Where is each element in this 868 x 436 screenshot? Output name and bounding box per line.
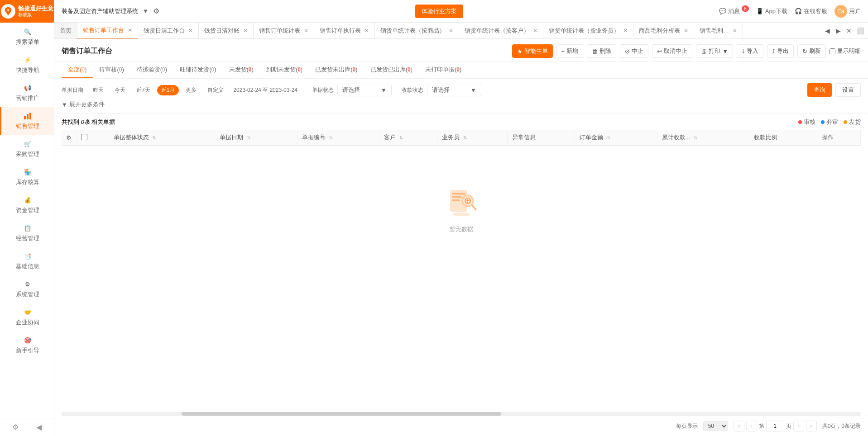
payment-filter-select[interactable]: 请选择 ▼ (427, 84, 481, 96)
tab-salesperson-stat[interactable]: 销货单统计表（按业务员） ✕ (543, 23, 633, 39)
tab-product-stat[interactable]: 销货单统计表（按商品） ✕ (375, 23, 459, 39)
col-overall-status[interactable]: 单据整体状态 ⇅ (109, 130, 215, 146)
date-btn-today[interactable]: 今天 (110, 85, 129, 95)
cancel-stop-btn[interactable]: ↩ 取消中止 (652, 44, 692, 58)
page-input[interactable]: 1 (766, 421, 784, 431)
sales-order-tab-close[interactable]: ✕ (128, 27, 132, 33)
date-btn-1month[interactable]: 近1月 (157, 85, 179, 95)
col-salesperson[interactable]: 业务员 ⇅ (437, 130, 508, 146)
sidebar-item-inventory[interactable]: 🏪 库存核算 (0, 163, 54, 191)
col-checkbox[interactable] (77, 130, 109, 146)
tabs-prev-btn[interactable]: ◀ (823, 26, 832, 35)
sidebar-item-marketing[interactable]: 📢 营销推广 (0, 79, 54, 107)
first-page-btn[interactable]: « (734, 421, 744, 431)
online-service-btn[interactable]: 🎧 在线客服 (795, 7, 827, 15)
subtab-overdue-ship[interactable]: 到期未发货(0) (260, 62, 309, 78)
refresh-btn[interactable]: ↻ 刷新 (797, 44, 826, 58)
message-btn[interactable]: 💬 消息 6 (719, 7, 749, 15)
app-download-btn[interactable]: 📱 App下载 (756, 7, 787, 15)
cash-clear-tab-close[interactable]: ✕ (188, 28, 193, 34)
subtab-shipped-not-out[interactable]: 已发货未出库(0) (309, 62, 364, 78)
sales-exec-tab-close[interactable]: ✕ (364, 28, 369, 34)
subtab-all[interactable]: 全部(0) (62, 62, 93, 78)
subtab-pending-inspect[interactable]: 待拣验货(0) (130, 62, 173, 78)
col-cumulative[interactable]: 累计收款... ⇅ (657, 130, 749, 146)
sidebar-item-guide[interactable]: 🎯 新手引导 (0, 331, 54, 359)
export-btn[interactable]: ⤴ 导出 (767, 44, 794, 58)
date-btn-yesterday[interactable]: 昨天 (89, 85, 108, 95)
date-btn-7days[interactable]: 近7天 (132, 85, 154, 95)
setup-btn[interactable]: 设置 (835, 83, 861, 97)
subtab-unprinted[interactable]: 未打印单据(0) (419, 62, 468, 78)
subtab-wangpu-ship[interactable]: 旺铺待发货(0) (173, 62, 222, 78)
last-page-btn[interactable]: » (806, 421, 817, 431)
product-stat-tab-close[interactable]: ✕ (449, 28, 453, 34)
stop-btn[interactable]: ⊘ 中止 (620, 44, 648, 58)
sidebar-item-sales[interactable]: 销售管理 (0, 107, 54, 135)
salesperson-stat-tab-close[interactable]: ✕ (623, 28, 628, 34)
sidebar-item-finance[interactable]: 💰 资金管理 (0, 191, 54, 219)
user-avatar: Ea (834, 5, 847, 18)
sidebar-collapse-btn[interactable]: ◀ (36, 423, 42, 431)
sidebar-item-management[interactable]: 📋 经营管理 (0, 219, 54, 247)
col-amount[interactable]: 订单金额 ⇅ (575, 130, 657, 146)
subtab-shipped-out[interactable]: 已发货已出库(0) (364, 62, 419, 78)
show-detail-checkbox[interactable]: 显示明细 (830, 47, 861, 55)
user-menu[interactable]: Ea 用户 (834, 5, 861, 18)
solution-btn[interactable]: 体验行业方案 (415, 5, 463, 18)
sidebar-settings-btn[interactable]: ⚙ (12, 423, 19, 431)
tabs-next-btn[interactable]: ▶ (834, 26, 843, 35)
sidebar-item-quicknav[interactable]: ⚡ 快捷导航 (0, 51, 54, 79)
system-title-dropdown[interactable]: ▼ (143, 8, 149, 14)
show-detail-input[interactable] (830, 48, 835, 54)
delete-btn[interactable]: 🗑 删除 (587, 44, 616, 58)
sales-margin-tab-close[interactable]: ✕ (733, 28, 737, 34)
col-settings[interactable]: ⚙ (62, 130, 77, 146)
tab-customer-stat[interactable]: 销货单统计表（按客户） ✕ (459, 23, 543, 39)
prev-page-btn[interactable]: ‹ (746, 421, 757, 431)
ship-action[interactable]: 发货 (844, 118, 861, 126)
col-date[interactable]: 单据日期 ⇅ (215, 130, 297, 146)
print-btn[interactable]: 🖨 打印 ▼ (696, 44, 733, 58)
tab-cash-clear[interactable]: 钱货日清工作台 ✕ (138, 23, 199, 39)
scrollbar-thumb[interactable] (182, 412, 501, 416)
import-btn[interactable]: ⤵ 导入 (737, 44, 763, 58)
sidebar-item-system[interactable]: ⚙ 系统管理 (0, 275, 54, 303)
tab-sales-order[interactable]: 销售订单工作台 ✕ (77, 23, 138, 39)
subtab-unshipped[interactable]: 未发货(0) (223, 62, 260, 78)
date-btn-more[interactable]: 更多 (182, 85, 201, 95)
date-btn-custom[interactable]: 自定义 (203, 85, 228, 95)
select-all-checkbox[interactable] (81, 134, 87, 140)
star-icon: ★ (517, 48, 523, 55)
expand-filter-btn[interactable]: ▼ 展开更多条件 (62, 100, 861, 109)
tab-sales-exec[interactable]: 销售订单执行表 ✕ (314, 23, 375, 39)
tab-maximize-btn[interactable]: ⬜ (855, 26, 864, 35)
tab-sales-margin[interactable]: 销售毛利… ✕ (694, 23, 743, 39)
sidebar-item-baseinfo[interactable]: 📑 基础信息 (0, 247, 54, 275)
tab-cash-reconcile[interactable]: 钱货日清对账 ✕ (199, 23, 254, 39)
tab-sales-stat[interactable]: 销售订单统计表 ✕ (254, 23, 314, 39)
query-btn[interactable]: 查询 (807, 83, 832, 97)
cancel-review-action[interactable]: 弃审 (821, 118, 838, 126)
customer-stat-tab-close[interactable]: ✕ (533, 28, 537, 34)
tab-home[interactable]: 首页 (54, 23, 77, 39)
add-btn[interactable]: + 新增 (556, 44, 584, 58)
sidebar-item-search[interactable]: 🔍 搜索菜单 (0, 23, 54, 51)
status-filter-select[interactable]: 请选择 ▼ (337, 84, 392, 96)
sidebar-item-purchase[interactable]: 🛒 采购管理 (0, 135, 54, 163)
margin-tab-close[interactable]: ✕ (684, 28, 688, 34)
horizontal-scrollbar[interactable] (62, 412, 861, 416)
tab-close-all-btn[interactable]: ✕ (844, 26, 854, 35)
subtab-pending-review[interactable]: 待审核(0) (93, 62, 130, 78)
sidebar-item-cooperation[interactable]: 🤝 企业协同 (0, 303, 54, 331)
cash-reconcile-tab-close[interactable]: ✕ (243, 28, 248, 34)
review-action[interactable]: 审核 (798, 118, 815, 126)
tab-margin[interactable]: 商品毛利分析表 ✕ (633, 23, 694, 39)
col-number[interactable]: 单据编号 ⇅ (297, 130, 379, 146)
topbar-settings-btn[interactable]: ⚙ (153, 7, 159, 15)
next-page-btn[interactable]: › (793, 421, 804, 431)
smart-create-btn[interactable]: ★ 智能生单 (512, 44, 553, 58)
per-page-select[interactable]: 50 10 20 100 (703, 421, 728, 431)
col-customer[interactable]: 客户 ⇅ (379, 130, 437, 146)
sales-stat-tab-close[interactable]: ✕ (304, 28, 308, 34)
